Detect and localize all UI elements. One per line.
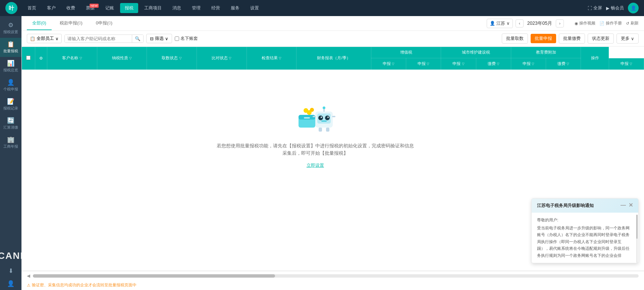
th-edu-pay: 申报 ▽ [609, 58, 644, 70]
person-icon: 👤 [490, 21, 495, 26]
left-arrow-icon[interactable]: ◀ [27, 273, 30, 278]
fullscreen-icon: ⛶ [588, 6, 592, 11]
vat-pay-filter-icon[interactable]: ▽ [462, 62, 465, 66]
edu-declare-filter-icon[interactable]: ▽ [567, 62, 569, 66]
svg-rect-17 [313, 116, 316, 117]
tab-all[interactable]: 全部(0) [27, 17, 52, 30]
more-chevron-icon: ∨ [631, 36, 634, 41]
sidebar-item-tax-records[interactable]: 📝 报税记录 [0, 95, 21, 114]
nav-item-operations[interactable]: 经营 [207, 3, 225, 13]
th-operation: 操作 [581, 47, 609, 70]
province-selector[interactable]: 👤 江苏 ∨ [487, 19, 513, 28]
refresh-icon: ↺ [626, 21, 629, 26]
nav-items-list: 首页 客户 收费 票据 NEW 记账 报税 工商项目 消息 管理 经营 服务 设… [23, 3, 588, 13]
check-filter-icon[interactable]: ▽ [279, 56, 281, 60]
sidebar: ⚙ 报税设置 📋 批量报税 📊 报税总览 👤 个税申报 📝 报税记录 🔄 汇算清… [0, 16, 21, 290]
tab-zero-declare[interactable]: 0申报(0) [91, 17, 118, 30]
batch-declare-button[interactable]: 批量申报 [531, 34, 556, 43]
th-education-tax: 教育费附加 [511, 47, 581, 58]
tax-nature-filter-icon[interactable]: ▽ [129, 56, 132, 60]
scroll-thumb [33, 274, 275, 278]
notification-scrollbar[interactable] [636, 215, 638, 263]
nav-item-clients[interactable]: 客户 [42, 3, 60, 13]
vip-button[interactable]: ▶ 畅会员 [606, 5, 624, 11]
empty-state: 若您想使用批量报税功能，请先在【报税设置】中进行报税的初始化设置，完成密码验证和… [22, 70, 609, 195]
fullscreen-button[interactable]: ⛶ 全屏 [588, 5, 602, 11]
th-settings: ⚙ [35, 47, 47, 70]
batch-pay-button[interactable]: 批量缴费 [559, 33, 585, 44]
chevron-down-icon: ∨ [506, 21, 510, 26]
nav-item-accounting[interactable]: 记账 [101, 3, 119, 13]
nav-item-home[interactable]: 首页 [23, 3, 41, 13]
tab-tax-declare[interactable]: 税款申报(0) [54, 17, 88, 30]
batch-fetch-button[interactable]: 批量取数 [502, 33, 528, 44]
sidebar-item-tax-overview[interactable]: 📊 报税总览 [0, 57, 21, 76]
nav-item-invoice[interactable]: 票据 NEW [81, 3, 99, 13]
city-pay-filter-icon[interactable]: ▽ [532, 62, 534, 66]
app-logo[interactable]: 叶 [5, 2, 17, 14]
sidebar-item-personal-tax[interactable]: 👤 个税申报 [0, 76, 21, 95]
svg-point-7 [310, 108, 314, 112]
op-manual-button[interactable]: 📄 操作手册 [599, 20, 622, 26]
nav-item-messages[interactable]: 消息 [168, 3, 186, 13]
select-all-checkbox[interactable] [26, 56, 31, 60]
nav-item-services[interactable]: 服务 [226, 3, 244, 13]
robot-illustration [295, 96, 335, 137]
sidebar-item-annual-settlement[interactable]: 🔄 汇算清缴 [0, 114, 21, 133]
compare-filter-icon[interactable]: ▽ [229, 56, 231, 60]
nav-item-tax[interactable]: 报税 [120, 3, 138, 13]
chevron-down-icon: ∨ [55, 36, 59, 41]
th-checkbox [22, 47, 35, 70]
th-city-declare: 缴费 ▽ [476, 58, 511, 70]
search-button[interactable]: 🔍 [132, 35, 143, 43]
search-box: 🔍 [64, 34, 144, 43]
sidebar-item-batch-tax[interactable]: 📋 批量报税 [0, 38, 21, 57]
notification-header: 江苏电子税务局升级影响通知 — ✕ [532, 199, 638, 213]
sidebar-item-user[interactable]: 👤 [0, 277, 21, 290]
setup-link[interactable]: 立即设置 [307, 162, 324, 168]
nav-item-commerce[interactable]: 工商项目 [140, 3, 166, 13]
notification-minimize[interactable]: — [621, 203, 626, 208]
scroll-bar-area: ◀ [21, 271, 644, 280]
sidebar-item-download[interactable]: ⬇ [0, 265, 21, 277]
batch-tax-icon: 📋 [7, 41, 14, 47]
employee-select[interactable]: 📋 全部员工 ∨ [27, 34, 62, 43]
fin-sub-filter-icon[interactable]: ▽ [392, 62, 394, 66]
nav-item-management[interactable]: 管理 [187, 3, 205, 13]
svg-point-16 [323, 106, 325, 109]
status-update-button[interactable]: 状态更新 [588, 33, 614, 44]
svg-rect-18 [332, 116, 335, 117]
fetch-status-filter-icon[interactable]: ▽ [179, 56, 182, 60]
tax-settings-icon: ⚙ [8, 22, 13, 28]
nav-item-settings[interactable]: 设置 [246, 3, 264, 13]
refresh-button[interactable]: ↺ 刷新 [626, 20, 639, 26]
avatar-icon: 👤 [631, 5, 636, 11]
search-input[interactable] [65, 35, 132, 43]
sidebar-item-tax-settings[interactable]: ⚙ 报税设置 [0, 19, 21, 38]
sidebar-bottom: ⬇ 👤 [0, 265, 21, 290]
tax-records-icon: 📝 [7, 98, 14, 104]
horizontal-scrollbar[interactable] [33, 274, 639, 278]
user-avatar[interactable]: 👤 [628, 3, 639, 13]
city-declare-filter-icon[interactable]: ▽ [497, 62, 499, 66]
th-compare-status: 比对状态 ▽ [197, 47, 247, 70]
th-check-result: 检查结果 ▽ [247, 47, 297, 70]
nav-item-fees[interactable]: 收费 [62, 3, 80, 13]
op-video-button[interactable]: ◉ 操作视频 [575, 20, 595, 26]
notification-body: 尊敬的用户: 受当前电子税务局进一步升级的影响，同一个政务网账号（办税人）名下的… [532, 213, 638, 263]
nav-right-actions: ⛶ 全屏 ▶ 畅会员 👤 [588, 3, 639, 13]
next-month-button[interactable]: › [556, 19, 564, 27]
more-button[interactable]: 更多 ∨ [616, 33, 639, 44]
svg-point-11 [325, 116, 330, 120]
data-table: ⚙ 客户名称 ▽ 纳税性质 ▽ 取数状态 ▽ [21, 47, 644, 195]
named-accounts-checkbox[interactable]: 名下账套 [175, 35, 198, 42]
named-accounts-input[interactable] [175, 37, 179, 41]
prev-month-button[interactable]: ‹ [516, 19, 524, 27]
filter-button[interactable]: ⊟ 筛选 ∨ [146, 34, 172, 43]
vat-declare-filter-icon[interactable]: ▽ [427, 62, 429, 66]
edu-pay-filter-icon[interactable]: ▽ [630, 62, 632, 66]
notification-close[interactable]: ✕ [629, 203, 633, 208]
client-filter-icon[interactable]: ▽ [79, 56, 82, 60]
sidebar-item-annual-report[interactable]: 🏢 工商年报 [0, 133, 21, 152]
top-navigation: 叶 首页 客户 收费 票据 NEW 记账 报税 工商项目 消息 管理 经营 服务… [0, 0, 644, 16]
